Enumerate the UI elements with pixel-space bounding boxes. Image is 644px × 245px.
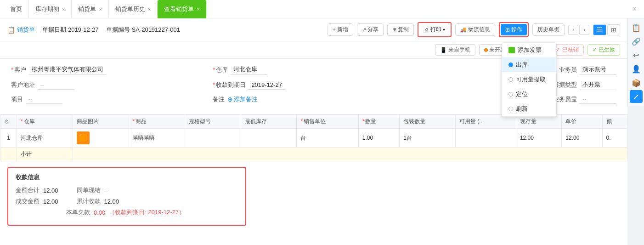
not-opened-dot xyxy=(484,48,488,52)
sales-table: ⚙ *仓库 商品图片 *商品 规格型号 最低库存 *销售单位 *数量 包装数量 … xyxy=(0,114,627,161)
col-warehouse: *仓库 xyxy=(17,115,73,129)
operations-button[interactable]: ⊞ 操作 xyxy=(501,24,527,35)
operations-highlight-box: ⊞ 操作 xyxy=(499,22,529,37)
operations-icon: ⊞ xyxy=(505,27,510,33)
right-icon-refresh[interactable]: ↩ xyxy=(630,49,643,62)
col-current-stock: 现存量 xyxy=(516,115,561,129)
doc-actions: + 新增 ↗ 分享 ⊞ 复制 🖨 打印 ▾ xyxy=(328,22,620,37)
right-icon-user[interactable]: 👤 xyxy=(630,63,643,75)
menu-available-qty[interactable]: 可用量提取 xyxy=(502,72,556,87)
project-field: 项目 -- xyxy=(11,95,213,104)
doc-date-field: 单据日期 2019-12-27 xyxy=(42,26,99,34)
right-icon-clipboard[interactable]: 📋 xyxy=(630,21,643,34)
col-product-image: 商品图片 xyxy=(73,115,129,129)
subtotal-row: 小计 xyxy=(0,148,627,161)
address-field: 客户地址 -- xyxy=(11,80,213,90)
tab-inventory-init[interactable]: 库存期初 × xyxy=(29,0,72,18)
close-inventory-init[interactable]: × xyxy=(62,6,65,12)
print-dropdown-arrow: ▾ xyxy=(443,27,445,32)
menu-refresh[interactable]: 刷新 xyxy=(502,102,556,116)
tab-sales-order[interactable]: 销货单 × xyxy=(72,0,108,18)
warehouse-field: * 仓库 河北仓库 xyxy=(213,64,414,75)
transaction-amount-item: 成交金额 12.00 xyxy=(16,197,58,205)
prev-button[interactable]: ‹ xyxy=(568,25,578,35)
tab-home[interactable]: 首页 xyxy=(4,0,29,18)
view-toggle: ☰ ⊞ xyxy=(593,24,620,35)
new-button[interactable]: + 新增 xyxy=(328,23,353,36)
same-order-settlement-item: 同单现结 -- xyxy=(77,186,108,194)
phone-icon: 📱 xyxy=(440,47,447,53)
document-header: 📋 销货单 单据日期 2019-12-27 单据编号 SA-20191227-0… xyxy=(0,18,627,41)
col-spec: 规格型号 xyxy=(185,115,241,129)
available-qty-icon xyxy=(508,77,513,82)
col-min-stock: 最低库存 xyxy=(241,115,297,129)
product-thumbnail: 🟧 xyxy=(77,131,90,144)
col-pkg-qty: 包装数量 xyxy=(400,115,456,129)
summary-row-3: 本单欠款 0.00 （收款到期日: 2019-12-27） xyxy=(16,208,238,217)
outbound-icon xyxy=(508,63,513,67)
locate-icon xyxy=(508,92,513,97)
salesperson-value[interactable]: 演示账号 xyxy=(580,64,616,75)
copy-button[interactable]: ⊞ 复制 xyxy=(387,23,414,36)
total-amount-item: 金额合计 12.00 xyxy=(16,186,58,194)
customer-value[interactable]: 柳州粤港平安气体有限公司 xyxy=(29,64,106,75)
project-value[interactable]: -- xyxy=(26,95,62,104)
right-icon-package[interactable]: 📦 xyxy=(630,76,643,89)
logistics-icon: 🚚 xyxy=(460,27,467,33)
summary-row-1: 金额合计 12.00 同单现结 -- xyxy=(16,186,238,194)
grid-view-button[interactable]: ⊞ xyxy=(607,24,620,35)
doc-meta: 单据日期 2019-12-27 单据编号 SA-20191227-001 xyxy=(42,26,180,34)
add-note-button[interactable]: ⊕ 添加备注 xyxy=(227,95,258,103)
col-unit-price: 单价 xyxy=(562,115,602,129)
refresh-icon xyxy=(508,107,513,111)
col-config[interactable]: ⚙ xyxy=(0,115,17,129)
right-icon-expand[interactable]: ⤢ xyxy=(630,90,643,103)
close-sales-history[interactable]: × xyxy=(148,6,151,12)
payment-date-value[interactable]: 2019-12-27 xyxy=(249,80,285,90)
ticket-type-value[interactable]: 不开票 xyxy=(580,80,616,90)
col-quantity: *数量 xyxy=(358,115,399,129)
address-value[interactable]: -- xyxy=(38,80,74,90)
nav-arrows: ‹ › xyxy=(568,25,589,35)
doc-type-label: 📋 销货单 xyxy=(7,26,35,34)
print-highlight-box: 🖨 打印 ▾ xyxy=(418,22,452,37)
list-view-button[interactable]: ☰ xyxy=(593,24,606,35)
menu-locate[interactable]: 定位 xyxy=(502,87,556,102)
operations-dropdown: 添加发票 出库 可用量提取 定位 刷新 xyxy=(502,42,557,117)
payment-date-field: * 收款到期日 2019-12-27 xyxy=(213,80,414,90)
from-phone-button[interactable]: 📱 来自手机 xyxy=(435,44,475,56)
share-button[interactable]: ↗ 分享 xyxy=(357,23,384,36)
tab-bar: 首页 库存期初 × 销货单 × 销货单历史 × 查看销货单 × × xyxy=(0,0,644,18)
data-table-container: ⚙ *仓库 商品图片 *商品 规格型号 最低库存 *销售单位 *数量 包装数量 … xyxy=(0,114,627,161)
share-icon: ↗ xyxy=(362,27,366,33)
logistics-button[interactable]: 🚚 物流信息 xyxy=(455,23,495,36)
sales-order-icon: 📋 xyxy=(7,26,15,34)
salesperson2-value[interactable]: -- xyxy=(580,95,616,104)
print-button[interactable]: 🖨 打印 ▾ xyxy=(419,24,450,35)
close-all-tabs[interactable]: × xyxy=(629,5,640,13)
tab-sales-history[interactable]: 销货单历史 × xyxy=(109,0,158,18)
close-view-sales[interactable]: × xyxy=(197,6,199,12)
menu-outbound[interactable]: 出库 xyxy=(502,57,556,72)
effective-badge[interactable]: ✓ 已生效 xyxy=(588,44,620,56)
col-unit: *销售单位 xyxy=(297,115,358,129)
close-sales-order[interactable]: × xyxy=(99,6,102,12)
summary-section: 收款信息 金额合计 12.00 同单现结 -- 成交金额 12.00 累计收款 xyxy=(7,167,246,226)
add-invoice-icon xyxy=(508,47,515,53)
note-field: 备注 ⊕ 添加备注 xyxy=(213,95,414,103)
warehouse-value[interactable]: 河北仓库 xyxy=(231,64,267,75)
customer-field: * 客户 柳州粤港平安气体有限公司 xyxy=(11,64,213,75)
copy-icon: ⊞ xyxy=(392,27,396,33)
print-icon: 🖨 xyxy=(424,27,429,33)
tab-view-sales[interactable]: 查看销货单 × xyxy=(158,0,206,18)
summary-title: 收款信息 xyxy=(16,173,238,182)
history-button[interactable]: 历史单据 xyxy=(532,23,565,36)
col-amount: 额 xyxy=(602,115,627,129)
right-panel: 📋 🔗 ↩ 👤 📦 ⤢ xyxy=(627,18,644,106)
summary-row-2: 成交金额 12.00 累计收款 12.00 xyxy=(16,197,238,205)
doc-number-field: 单据编号 SA-20191227-001 xyxy=(106,26,181,34)
gear-icon: ⚙ xyxy=(4,119,9,125)
right-icon-link[interactable]: 🔗 xyxy=(630,35,643,48)
next-button[interactable]: › xyxy=(579,25,589,35)
menu-add-invoice[interactable]: 添加发票 xyxy=(502,43,556,57)
